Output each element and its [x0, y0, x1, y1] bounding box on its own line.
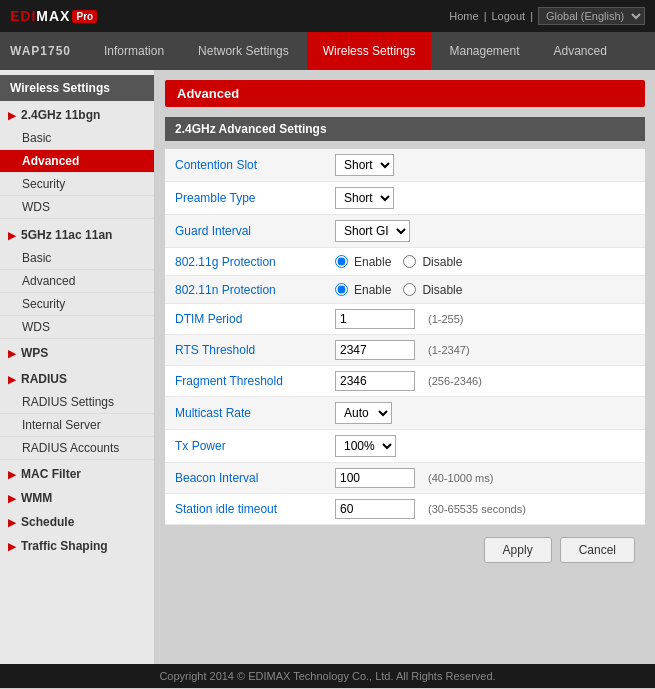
control-80211n-protection: Enable Disable	[335, 283, 635, 297]
apply-button[interactable]: Apply	[484, 537, 552, 563]
radio-80211n-enable[interactable]	[335, 283, 348, 296]
footer-text: Copyright 2014 © EDIMAX Technology Co., …	[159, 670, 495, 682]
input-fragment-threshold[interactable]	[335, 371, 415, 391]
hint-dtim-period: (1-255)	[428, 313, 463, 325]
nav-network-settings[interactable]: Network Settings	[182, 32, 305, 70]
row-guard-interval: Guard Interval Short GILong GI	[165, 215, 645, 248]
sidebar-item-radius-accounts[interactable]: RADIUS Accounts	[0, 437, 154, 460]
sidebar-item-wmm[interactable]: ▶ WMM	[0, 486, 154, 510]
radio-80211g-enable[interactable]	[335, 255, 348, 268]
select-multicast-rate[interactable]: Auto1M2M5.5M11M	[335, 402, 392, 424]
sidebar-item-radius[interactable]: ▶ RADIUS	[0, 367, 154, 391]
sidebar-item-wps[interactable]: ▶ WPS	[0, 341, 154, 365]
sidebar-item-radius-internal[interactable]: Internal Server	[0, 414, 154, 437]
nav-wireless-settings[interactable]: Wireless Settings	[307, 32, 432, 70]
sidebar-item-5ghz-basic[interactable]: Basic	[0, 247, 154, 270]
row-preamble-type: Preamble Type ShortLong	[165, 182, 645, 215]
sidebar: Wireless Settings ▶ 2.4GHz 11bgn Basic A…	[0, 70, 155, 664]
sidebar-item-24ghz-advanced[interactable]: Advanced	[0, 150, 154, 173]
cancel-button[interactable]: Cancel	[560, 537, 635, 563]
row-station-idle-timeout: Station idle timeout (30-65535 seconds)	[165, 494, 645, 525]
arrow-icon-traffic: ▶	[8, 541, 16, 552]
control-beacon-interval: (40-1000 ms)	[335, 468, 635, 488]
control-contention-slot: ShortLong	[335, 154, 635, 176]
logout-link[interactable]: Logout	[491, 10, 525, 22]
sidebar-item-24ghz[interactable]: ▶ 2.4GHz 11bgn	[0, 103, 154, 127]
control-guard-interval: Short GILong GI	[335, 220, 635, 242]
select-tx-power[interactable]: 100%75%50%25%	[335, 435, 396, 457]
navbar: WAP1750 Information Network Settings Wir…	[0, 32, 655, 70]
label-80211n-protection: 802.11n Protection	[175, 283, 335, 297]
arrow-icon-wmm: ▶	[8, 493, 16, 504]
nav-information[interactable]: Information	[88, 32, 180, 70]
sidebar-label-radius: RADIUS	[21, 372, 67, 386]
hint-beacon-interval: (40-1000 ms)	[428, 472, 493, 484]
arrow-icon-wps: ▶	[8, 348, 16, 359]
control-tx-power: 100%75%50%25%	[335, 435, 635, 457]
nav-management[interactable]: Management	[433, 32, 535, 70]
section-24ghz: ▶ 2.4GHz 11bgn Basic Advanced Security W…	[0, 101, 154, 221]
label-dtim-period: DTIM Period	[175, 312, 335, 326]
settings-table: Contention Slot ShortLong Preamble Type …	[165, 149, 645, 525]
home-link[interactable]: Home	[449, 10, 478, 22]
radio-label-80211g-disable[interactable]: Disable	[403, 255, 462, 269]
arrow-icon-schedule: ▶	[8, 517, 16, 528]
section-radius: ▶ RADIUS RADIUS Settings Internal Server…	[0, 365, 154, 462]
section-subtitle: 2.4GHz Advanced Settings	[165, 117, 645, 141]
sidebar-item-5ghz-security[interactable]: Security	[0, 293, 154, 316]
sidebar-item-24ghz-wds[interactable]: WDS	[0, 196, 154, 219]
input-rts-threshold[interactable]	[335, 340, 415, 360]
nav-advanced[interactable]: Advanced	[538, 32, 623, 70]
logo: EDIMAX Pro	[10, 8, 97, 24]
sidebar-item-5ghz[interactable]: ▶ 5GHz 11ac 11an	[0, 223, 154, 247]
row-80211n-protection: 802.11n Protection Enable Disable	[165, 276, 645, 304]
row-multicast-rate: Multicast Rate Auto1M2M5.5M11M	[165, 397, 645, 430]
sidebar-item-24ghz-security[interactable]: Security	[0, 173, 154, 196]
sidebar-item-24ghz-basic[interactable]: Basic	[0, 127, 154, 150]
input-beacon-interval[interactable]	[335, 468, 415, 488]
control-dtim-period: (1-255)	[335, 309, 635, 329]
footer: Copyright 2014 © EDIMAX Technology Co., …	[0, 664, 655, 688]
radio-80211g-disable[interactable]	[403, 255, 416, 268]
radio-label-80211n-enable[interactable]: Enable	[335, 283, 391, 297]
control-preamble-type: ShortLong	[335, 187, 635, 209]
label-preamble-type: Preamble Type	[175, 191, 335, 205]
sidebar-title: Wireless Settings	[0, 75, 154, 101]
control-fragment-threshold: (256-2346)	[335, 371, 635, 391]
label-guard-interval: Guard Interval	[175, 224, 335, 238]
main-content: Advanced 2.4GHz Advanced Settings Conten…	[155, 70, 655, 664]
row-fragment-threshold: Fragment Threshold (256-2346)	[165, 366, 645, 397]
control-rts-threshold: (1-2347)	[335, 340, 635, 360]
select-preamble-type[interactable]: ShortLong	[335, 187, 394, 209]
select-guard-interval[interactable]: Short GILong GI	[335, 220, 410, 242]
section-5ghz: ▶ 5GHz 11ac 11an Basic Advanced Security…	[0, 221, 154, 341]
sidebar-label-24ghz: 2.4GHz 11bgn	[21, 108, 100, 122]
buttons-row: Apply Cancel	[165, 525, 645, 575]
label-80211g-protection: 802.11g Protection	[175, 255, 335, 269]
language-select[interactable]: Global (English)	[538, 7, 645, 25]
row-beacon-interval: Beacon Interval (40-1000 ms)	[165, 463, 645, 494]
arrow-icon-radius: ▶	[8, 374, 16, 385]
input-dtim-period[interactable]	[335, 309, 415, 329]
arrow-icon-5g: ▶	[8, 230, 16, 241]
sidebar-item-mac-filter[interactable]: ▶ MAC Filter	[0, 462, 154, 486]
sidebar-item-schedule[interactable]: ▶ Schedule	[0, 510, 154, 534]
sidebar-label-wps: WPS	[21, 346, 48, 360]
device-name: WAP1750	[10, 44, 71, 58]
label-rts-threshold: RTS Threshold	[175, 343, 335, 357]
radio-80211n-disable[interactable]	[403, 283, 416, 296]
radio-text-80211g-enable: Enable	[354, 255, 391, 269]
row-80211g-protection: 802.11g Protection Enable Disable	[165, 248, 645, 276]
input-station-idle-timeout[interactable]	[335, 499, 415, 519]
logo-edimax: EDIMAX	[10, 8, 70, 24]
hint-station-idle-timeout: (30-65535 seconds)	[428, 503, 526, 515]
select-contention-slot[interactable]: ShortLong	[335, 154, 394, 176]
radio-label-80211g-enable[interactable]: Enable	[335, 255, 391, 269]
sidebar-item-5ghz-wds[interactable]: WDS	[0, 316, 154, 339]
radio-label-80211n-disable[interactable]: Disable	[403, 283, 462, 297]
sidebar-item-5ghz-advanced[interactable]: Advanced	[0, 270, 154, 293]
header: EDIMAX Pro Home | Logout | Global (Engli…	[0, 0, 655, 32]
sidebar-item-traffic-shaping[interactable]: ▶ Traffic Shaping	[0, 534, 154, 558]
sidebar-item-radius-settings[interactable]: RADIUS Settings	[0, 391, 154, 414]
sidebar-label-mac-filter: MAC Filter	[21, 467, 81, 481]
